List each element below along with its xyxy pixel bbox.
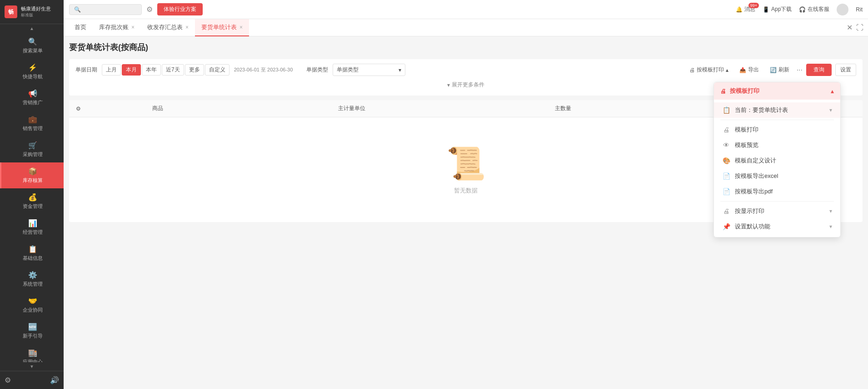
date-filter-prev[interactable]: 上月 [102,64,121,76]
sidebar-item-sales[interactable]: 💼销售管理 [0,111,64,136]
tab-receipt-summary[interactable]: 收发存汇总表× [141,19,195,36]
headset-icon: 🎧 [799,6,806,13]
tab-label-inventory-batch: 库存批次账 [99,23,129,31]
user-name: Rit [856,6,863,13]
col-header-quantity: 主数量 [475,100,651,117]
sidebar-item-appstore[interactable]: 🏬应用中心 [0,344,64,362]
nav-icon-operation: 📊 [28,219,37,227]
sidebar: 畅 畅康通好生意 标准版 ▲ 🔍搜索菜单⚡快捷导航📢营销推广💼销售管理🛒采购管理… [0,0,64,389]
tab-close-inventory-batch[interactable]: × [131,24,135,30]
nav-icon-marketing: 📢 [28,89,37,98]
sidebar-item-inventory[interactable]: 📦库存核算 [0,162,64,188]
doc-type-select[interactable]: 单据类型 ▾ [333,64,405,76]
topbar: 🔍 ⚙ 体验行业方案 🔔 消息 99+ 📱 App下载 🎧 在线客服 Rit [64,0,868,19]
default-func-item[interactable]: 📌 设置默认功能 ▾ [714,219,840,234]
chevron-up-icon: ▴ [726,67,728,73]
nav-icon-finance: 💰 [28,193,37,202]
more-actions-icon[interactable]: ··· [797,66,803,74]
nav-icon-search: 🔍 [28,37,37,46]
print-btn[interactable]: 🖨 按模板打印 ▴ [686,64,732,76]
nav-label-inventory: 库存核算 [23,177,43,184]
bell-icon: 🔔 [736,6,743,13]
tab-close-order-stats[interactable]: × [239,24,243,30]
tabbar: 首页库存批次账×收发存汇总表×要货单统计表× ✕ ⛶ [64,19,868,36]
dropdown-item-template-export-excel[interactable]: 📄按模板导出excel [714,168,840,184]
settings-btn[interactable]: 设置 [835,64,856,76]
expand-btn[interactable]: ▾ 展开更多条件 [445,79,487,91]
tab-label-order-stats: 要货单统计表 [201,23,237,31]
printer-icon: 🖨 [689,67,695,73]
dropdown-item-template-preview[interactable]: 👁模板预览 [714,137,840,153]
messages-count-badge: 99+ [748,3,759,8]
sidebar-item-shortcut[interactable]: ⚡快捷导航 [0,59,64,85]
topbar-gear-icon[interactable]: ⚙ [146,5,153,14]
window-close-icon[interactable]: ✕ [847,23,853,32]
search-input-wrap[interactable]: 🔍 [69,4,142,15]
sidebar-item-marketing[interactable]: 📢营销推广 [0,85,64,111]
sidebar-item-purchase[interactable]: 🛒采购管理 [0,136,64,162]
display-print-item[interactable]: 🖨 按显示打印 ▾ [714,203,840,219]
app-download-btn[interactable]: 📱 App下载 [763,5,792,13]
tab-order-stats[interactable]: 要货单统计表× [195,19,249,36]
sidebar-item-operation[interactable]: 📊经营管理 [0,214,64,240]
template-icon: 📋 [722,106,730,114]
settings-icon[interactable]: ⚙ [5,376,11,384]
nav-label-marketing: 营销推广 [23,99,43,106]
nav-label-system: 系统管理 [23,281,43,288]
date-filter-custom[interactable]: 自定义 [205,64,229,76]
sound-icon[interactable]: 🔊 [50,376,59,384]
refresh-btn[interactable]: 🔄 刷新 [766,64,793,76]
nav-label-search: 搜索菜单 [23,47,43,54]
dropdown-header[interactable]: 🖨 按模板打印 ▴ [714,82,840,100]
tab-inventory-batch[interactable]: 库存批次账× [93,19,141,36]
dropdown-item-template-export-pdf[interactable]: 📄按模板导出pdf [714,184,840,199]
date-filter-7days[interactable]: 近7天 [162,64,184,76]
messages-btn[interactable]: 🔔 消息 99+ [736,5,755,13]
nav-label-guide: 新手引导 [23,333,43,339]
sidebar-scroll-up[interactable]: ▲ [0,24,64,33]
chevron-right-icon3: ▾ [829,223,832,230]
refresh-icon: 🔄 [770,67,777,73]
nav-icon-guide: 🆕 [28,323,37,331]
col-header-gear[interactable]: ⚙ [69,100,87,117]
dropdown-item-template-custom[interactable]: 🎨模板自定义设计 [714,153,840,168]
nav-label-sales: 销售管理 [23,125,43,132]
sidebar-item-guide[interactable]: 🆕新手引导 [0,318,64,344]
nav-label-finance: 资金管理 [23,203,43,210]
date-filter-btns: 上月本月本年近7天更多自定义 [102,64,229,76]
dropdown-icon-template-preview: 👁 [722,141,730,149]
tab-close-receipt-summary[interactable]: × [185,24,189,30]
printer-icon-dropdown: 🖨 [720,88,726,95]
window-expand-icon[interactable]: ⛶ [856,24,863,32]
chevron-right-icon: ▾ [829,107,832,113]
user-avatar[interactable] [837,4,848,15]
dropdown-item-template-print[interactable]: 🖨模板打印 [714,122,840,137]
sidebar-scroll-down[interactable]: ▼ [0,362,64,371]
nav-label-enterprise: 企业协同 [23,307,43,313]
nav-label-purchase: 采购管理 [23,151,43,158]
logo-icon: 畅 [5,5,17,18]
sidebar-item-basic[interactable]: 📋基础信息 [0,240,64,266]
dropdown-icon-template-print: 🖨 [722,126,730,133]
query-btn[interactable]: 查询 [806,64,832,76]
empty-text: 暂无数据 [454,187,478,195]
dropdown-close-icon[interactable]: ▴ [831,87,834,95]
nav-icon-inventory: 📦 [28,167,37,176]
sidebar-item-enterprise[interactable]: 🤝企业协同 [0,292,64,318]
search-icon: 🔍 [74,6,81,13]
sidebar-item-system[interactable]: ⚙️系统管理 [0,266,64,292]
tab-home[interactable]: 首页 [68,19,93,36]
trial-btn[interactable]: 体验行业方案 [157,3,203,15]
current-template-item[interactable]: 📋 当前：要货单统计表 ▾ [714,102,840,118]
tab-label-receipt-summary: 收发存汇总表 [147,23,183,31]
sidebar-item-finance[interactable]: 💰资金管理 [0,188,64,214]
sidebar-item-search[interactable]: 🔍搜索菜单 [0,33,64,59]
export-btn[interactable]: 📤 导出 [736,64,763,76]
nav-icon-sales: 💼 [28,115,37,124]
filter-row-main: 单据日期 上月本月本年近7天更多自定义 2023-06-01 至 2023-06… [75,64,856,76]
date-filter-more[interactable]: 更多 [185,64,204,76]
date-filter-current[interactable]: 本月 [122,64,141,76]
nav-label-shortcut: 快捷导航 [23,73,43,80]
date-filter-year[interactable]: 本年 [142,64,161,76]
online-service-btn[interactable]: 🎧 在线客服 [799,5,829,13]
